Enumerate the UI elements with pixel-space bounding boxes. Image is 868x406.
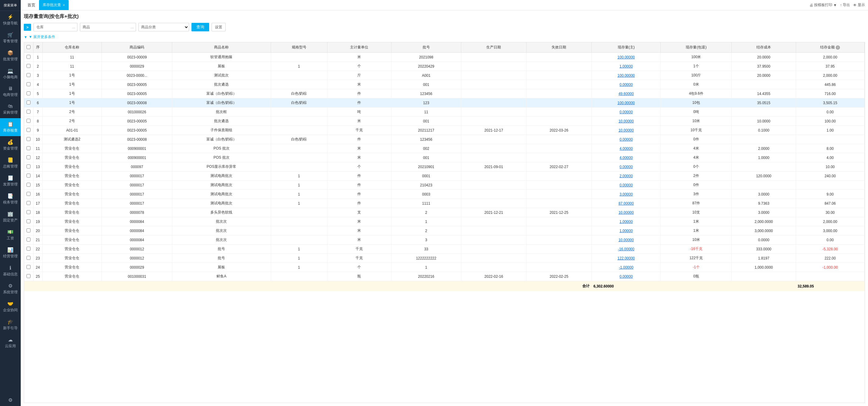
sidebar-item-basic[interactable]: ℹ 基础信息 [0,262,21,280]
th-checkbox[interactable] [24,42,33,53]
row-unit: 件 [327,171,391,181]
sidebar-logo[interactable]: 搜索菜单 [0,0,21,11]
nav-home[interactable]: 首页 [24,0,39,10]
row-checkbox[interactable] [24,226,33,235]
sidebar-item-system[interactable]: ⚙ 系统管理 [0,280,21,298]
row-checkbox[interactable] [24,162,33,171]
sidebar-item-retail[interactable]: 🛒 零售管理 [0,29,21,47]
row-checkbox[interactable] [24,117,33,126]
goods-dots[interactable]: ... [129,25,136,29]
row-checkbox[interactable] [24,208,33,217]
row-cost: 1.0000 [732,153,796,162]
display-btn[interactable]: 👁 显示 [853,2,865,8]
row-checkbox[interactable] [24,126,33,135]
row-checkbox[interactable] [24,80,33,89]
row-checkbox[interactable] [24,171,33,181]
row-checkbox[interactable] [24,235,33,244]
row-checkbox[interactable] [24,89,33,98]
row-qty-main[interactable]: 1.00000 [591,217,660,226]
row-qty-main[interactable]: 0.00000 [591,181,660,190]
sidebar-settings-btn[interactable]: ⚙ [0,394,21,406]
row-qty-main[interactable]: 100.00000 [591,71,660,80]
row-qty-main[interactable]: 10.00000 [591,208,660,217]
nav-current-tab[interactable]: 库存批次查 × [39,0,69,10]
row-qty-main[interactable]: 0.00000 [591,107,660,117]
row-qty-main[interactable]: 2.00000 [591,171,660,181]
row-checkbox[interactable] [24,254,33,263]
row-checkbox[interactable] [24,244,33,254]
row-qty-main[interactable]: 10.00000 [591,126,660,135]
tab-close-btn[interactable]: × [63,3,65,7]
filter-expand-btn[interactable]: > [24,24,31,31]
row-checkbox[interactable] [24,272,33,281]
query-btn[interactable]: 查询 [191,23,209,31]
sidebar-item-ledger[interactable]: 📒 总账管理 [0,154,21,172]
row-checkbox[interactable] [24,107,33,117]
sidebar-item-management[interactable]: 📊 经营管理 [0,244,21,262]
row-qty-main[interactable]: 10.00000 [591,235,660,244]
row-checkbox[interactable] [24,181,33,190]
amount-info-icon[interactable]: i [836,45,840,49]
goods-input[interactable] [92,23,129,31]
row-warehouse: 营业仓仓 [42,199,102,208]
warehouse-dots[interactable]: ... [70,25,77,29]
row-qty-main[interactable]: 0.00000 [591,135,660,144]
sidebar-item-collab[interactable]: 🤝 企业协同 [0,298,21,316]
row-qty-main[interactable]: 4.00000 [591,144,660,153]
select-all-checkbox[interactable] [27,45,30,49]
print-btn[interactable]: 🖨 按模板打印 ▼ [809,2,837,8]
row-checkbox[interactable] [24,144,33,153]
row-checkbox[interactable] [24,199,33,208]
category-select[interactable] [158,23,189,31]
row-prod-date [461,135,527,144]
row-qty-main[interactable]: 100.00000 [591,98,660,107]
sidebar-item-ecommerce[interactable]: 🖥 电商管理 [0,83,21,101]
row-qty-main[interactable]: -16.00000 [591,244,660,254]
row-checkbox[interactable] [24,53,33,62]
row-code: 0023-00008 [102,98,172,107]
row-qty-main[interactable]: 49.60000 [591,89,660,98]
row-qty-main[interactable]: 87.00000 [591,199,660,208]
row-checkbox[interactable] [24,153,33,162]
row-checkbox[interactable] [24,263,33,272]
expand-more-btn[interactable]: ▼ ▼ 展开更多条件 [24,34,865,40]
row-checkbox[interactable] [24,190,33,199]
row-checkbox[interactable] [24,62,33,71]
sidebar-item-wholesale[interactable]: 📦 批发管理 [0,47,21,65]
row-qty-main[interactable]: 0.00000 [591,162,660,171]
row-checkbox[interactable] [24,135,33,144]
row-exp-date [526,199,591,208]
row-qty-main[interactable]: 100.00000 [591,53,660,62]
sidebar-item-finance[interactable]: 💰 资金管理 [0,136,21,154]
sidebar-item-tax[interactable]: 📑 税务管理 [0,190,21,208]
row-checkbox[interactable] [24,71,33,80]
sidebar-item-salary[interactable]: 💵 工资 [0,226,21,244]
row-checkbox[interactable] [24,217,33,226]
row-qty-main[interactable]: 0.00000 [591,80,660,89]
row-prod-date [461,226,527,235]
row-qty-main[interactable]: 10.00000 [591,117,660,126]
warehouse-input[interactable] [46,23,70,31]
settings-btn[interactable]: 设置 [212,23,226,31]
row-warehouse: 营业仓仓 [42,171,102,181]
sidebar-item-ecommerce-small[interactable]: 💻 小脑电商 [0,65,21,83]
sidebar-item-newbie[interactable]: 🎓 新手引导 [0,316,21,334]
sidebar-item-inventory[interactable]: 📋 库存核查 [0,118,21,136]
goods-label: 商品 [80,25,92,30]
sidebar-item-purchase[interactable]: 🛍 采购管理 [0,101,21,118]
row-qty-main[interactable]: 4.00000 [591,153,660,162]
row-qty-main[interactable]: 122.00000 [591,254,660,263]
row-qty-main[interactable]: 3.00000 [591,190,660,199]
row-seq: 20 [33,226,42,235]
sidebar-item-cloud[interactable]: ☁ 云应用 [0,334,21,352]
row-qty-main[interactable]: 1.00000 [591,226,660,235]
row-qty-main[interactable]: 0.00000 [591,272,660,281]
sidebar-item-assets[interactable]: 🏢 固定资产 [0,208,21,226]
row-checkbox[interactable] [24,98,33,107]
sidebar-item-quicknav[interactable]: ⚡ 快捷导航 [0,11,21,29]
row-qty-main[interactable]: 1.00000 [591,62,660,71]
row-prod-date: 2021-12-17 [461,126,527,135]
export-btn[interactable]: ↑ 导出 [840,2,850,8]
sidebar-item-invoice[interactable]: 🧾 发票管理 [0,172,21,190]
row-qty-main[interactable]: -1.00000 [591,263,660,272]
